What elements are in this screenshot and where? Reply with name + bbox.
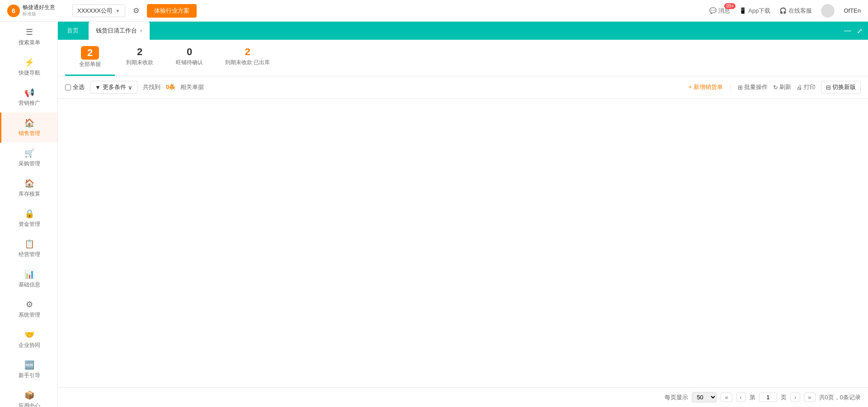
avatar[interactable] [821,4,835,18]
filter-label: 更多条件 [103,83,126,91]
minimize-button[interactable]: — [842,25,853,37]
stat-card-pending[interactable]: 0 旺铺待确认 [165,40,214,76]
finance-icon: 🔒 [24,209,34,219]
logo-area: 6 畅捷通好生意 标准版 [7,4,65,18]
company-name: XXXXXX公司 [77,7,113,15]
stat-card-shipped[interactable]: 2 到期未收款 已出库 [214,40,281,76]
stat-number-shipped: 2 [245,46,250,58]
online-service-label: 在线客服 [788,7,812,15]
chevron-down-icon: ∨ [128,84,132,91]
sidebar-item-basic-info[interactable]: 📊 基础信息 [0,264,57,294]
sidebar-item-finance[interactable]: 🔒 资金管理 [0,203,57,234]
page-number-input[interactable] [759,393,777,402]
filter-button[interactable]: ▼ 更多条件 ∨ [90,81,137,94]
refresh-button[interactable]: ↻ 刷新 [773,83,791,91]
found-prefix: 共找到 [143,83,160,91]
sidebar-item-search-menu[interactable]: ☰ 搜索菜单 [0,22,57,52]
enterprise-icon: 🤝 [24,330,34,340]
sidebar-item-label: 经营管理 [19,251,40,258]
sidebar-item-label: 资金管理 [19,220,40,228]
per-page-label: 每页显示 [665,393,688,402]
online-service-btn[interactable]: 🎧 在线客服 [779,7,812,15]
app-download-btn[interactable]: 📱 App下载 [739,7,770,15]
app-download-icon: 📱 [739,7,746,14]
tab-home[interactable]: 首页 [58,22,88,40]
basic-info-icon: 📊 [24,269,34,279]
sidebar-item-label: 企业协同 [19,342,40,349]
stat-label-all: 全部单据 [79,61,101,68]
close-tab-icon[interactable]: × [140,28,142,33]
sidebar-item-purchase[interactable]: 🛒 采购管理 [0,143,57,173]
stat-number-overdue: 2 [137,46,142,58]
chevron-down-icon: ▼ [115,8,120,14]
company-selector[interactable]: XXXXXX公司 ▼ [72,5,125,17]
sidebar-item-label: 库存核算 [19,190,40,198]
stat-card-all[interactable]: 2 全部单据 [65,40,115,76]
next-page-button[interactable]: › [790,393,800,402]
brand-name: 畅捷通好生意 [23,4,55,11]
sidebar-item-label: 搜索菜单 [19,39,40,47]
sidebar-item-label: 应用中心 [19,402,40,407]
system-icon: ⚙ [26,299,33,309]
stat-label-shipped: 到期未收款 已出库 [225,59,270,66]
add-sales-order-button[interactable]: + 新增销货单 [689,83,723,91]
last-page-button[interactable]: » [804,393,815,402]
prev-page-button[interactable]: ‹ [736,393,746,402]
sidebar-item-app-center[interactable]: 📦 应用中心 [0,385,57,407]
toolbar: 全选 ▼ 更多条件 ∨ 共找到 0条 相关单据 + 新增销货单 ⊞ 批量操作 [58,76,868,98]
online-service-icon: 🎧 [779,7,787,14]
divider [730,84,731,91]
settings-button[interactable]: ⚙ [129,4,143,18]
per-page-select[interactable]: 50 100 200 [692,392,717,402]
page-label-suffix: 页 [781,393,787,402]
first-page-button[interactable]: « [721,393,732,402]
tab-bar: 首页 钱货日清工作台 × — ⤢ [58,22,868,40]
sidebar-item-sales[interactable]: 🏠 销售管理 [0,112,57,143]
tab-workbench[interactable]: 钱货日清工作台 × [89,22,150,40]
brand-tag: 标准版 [23,11,55,17]
sidebar-item-marketing[interactable]: 📢 营销推广 [0,82,57,112]
batch-operation-button[interactable]: ⊞ 批量操作 [738,83,768,91]
logo-icon: 6 [7,5,20,17]
stats-row: 2 全部单据 2 到期未收款 0 旺铺待确认 2 到期未收款 已出库 [58,40,868,76]
stat-number-pending: 0 [187,46,192,58]
stat-label-overdue: 到期未收款 [126,59,153,66]
page-label-prefix: 第 [750,393,755,402]
print-label: 打印 [804,83,816,91]
top-header: 6 畅捷通好生意 标准版 XXXXXX公司 ▼ ⚙ 体验行业方案 💬 消息 99… [0,0,868,22]
switch-version-button[interactable]: ⊟ 切换新版 [821,81,861,94]
sidebar-item-system[interactable]: ⚙ 系统管理 [0,294,57,324]
select-all-checkbox[interactable]: 全选 [65,83,85,91]
switch-icon: ⊟ [826,84,831,91]
sidebar-item-label: 营销推广 [19,99,40,107]
trial-button[interactable]: 体验行业方案 [147,4,197,18]
logo-text-block: 畅捷通好生意 标准版 [23,4,55,18]
maximize-button[interactable]: ⤢ [855,25,864,37]
stat-card-overdue[interactable]: 2 到期未收款 [115,40,165,76]
sidebar-item-enterprise[interactable]: 🤝 企业协同 [0,324,57,355]
main-layout: ☰ 搜索菜单 ⚡ 快捷导航 📢 营销推广 🏠 销售管理 🛒 采购管理 🏠 库存核… [0,22,868,407]
avatar-name: OfTEn [844,7,861,14]
batch-icon: ⊞ [738,84,743,91]
marketing-icon: 📢 [24,88,34,98]
select-all-input[interactable] [65,84,71,90]
page-content: 2 全部单据 2 到期未收款 0 旺铺待确认 2 到期未收款 已出库 [58,40,868,407]
sidebar-item-inventory[interactable]: 🏠 库存核算 [0,173,57,203]
message-btn[interactable]: 💬 消息 99+ [709,7,730,15]
print-button[interactable]: 🖨 打印 [797,83,816,91]
header-right: 💬 消息 99+ 📱 App下载 🎧 在线客服 OfTEn [709,4,861,18]
sidebar-item-guide[interactable]: 🆕 新手引导 [0,355,57,385]
app-download-label: App下载 [748,7,770,15]
total-records-text: 共0页，0条记录 [819,393,861,402]
sidebar: ☰ 搜索菜单 ⚡ 快捷导航 📢 营销推广 🏠 销售管理 🛒 采购管理 🏠 库存核… [0,22,58,407]
app-center-icon: 📦 [24,390,34,400]
found-count: 0条 [166,83,175,91]
sales-icon: 🏠 [24,118,34,128]
operation-icon: 📋 [24,239,34,249]
sidebar-item-label: 销售管理 [19,130,40,137]
found-suffix: 相关单据 [180,83,204,91]
sidebar-item-operation[interactable]: 📋 经营管理 [0,234,57,264]
sidebar-item-label: 系统管理 [19,311,40,319]
stat-number-all: 2 [81,46,99,60]
sidebar-item-quick-nav[interactable]: ⚡ 快捷导航 [0,52,57,82]
